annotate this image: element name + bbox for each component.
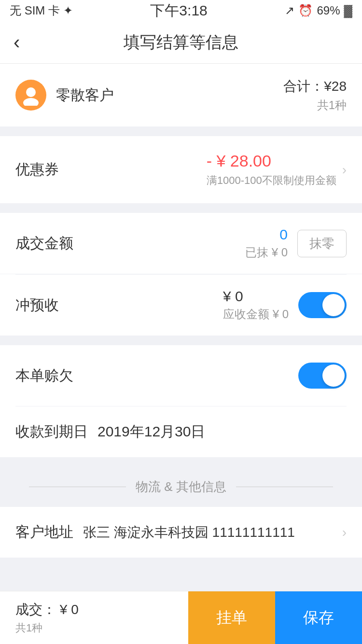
prepay-amount-group: ¥ 0 应收金额 ¥ 0 [223, 288, 289, 322]
deal-amount-row: 成交金额 0 已抹 ¥ 0 抹零 [0, 213, 362, 274]
divider-line-left [29, 487, 126, 487]
total-count: 共1种 [283, 98, 347, 113]
battery-level: 69% [317, 4, 340, 17]
status-left: 无 SIM 卡 ✦ [10, 3, 73, 18]
logistics-section: 物流 & 其他信息 [0, 467, 362, 507]
debt-row: 本单赊欠 [0, 345, 362, 406]
debt-toggle-knob [322, 364, 345, 387]
divider-line-right [236, 487, 333, 487]
bottom-info: 成交： ¥ 0 共1种 [0, 601, 188, 635]
bottom-deal-amount: ¥ 0 [60, 602, 79, 617]
save-button[interactable]: 保存 [275, 591, 362, 644]
chevron-right-icon: › [342, 162, 347, 178]
nav-bar: ‹ 填写结算等信息 [0, 21, 362, 64]
alarm-icon: ⏰ [298, 4, 313, 17]
debt-toggle[interactable] [298, 363, 347, 389]
prepay-label: 冲预收 [15, 295, 59, 315]
due-date-row: 收款到期日 2019年12月30日 [0, 406, 362, 457]
coupon-desc: 满1000-100不限制使用金额 [207, 173, 336, 188]
deal-amount-sub: 已抹 ¥ 0 [245, 245, 288, 260]
round-zero-button[interactable]: 抹零 [297, 230, 347, 257]
debt-label: 本单赊欠 [15, 366, 73, 386]
status-time: 下午3:18 [150, 1, 207, 21]
due-date-label: 收款到期日 [15, 422, 88, 442]
avatar-icon [20, 84, 42, 106]
debt-section: 本单赊欠 收款到期日 2019年12月30日 [0, 345, 362, 457]
logistics-divider: 物流 & 其他信息 [0, 478, 362, 495]
status-right: ↗ ⏰ 69% ▓ [285, 4, 352, 17]
bottom-deal-label: 成交： [15, 602, 56, 617]
prepay-sub: 应收金额 ¥ 0 [223, 307, 289, 322]
hold-button[interactable]: 挂单 [188, 591, 275, 644]
location-icon: ↗ [285, 4, 294, 17]
page-title: 填写结算等信息 [124, 31, 238, 54]
prepay-row: 冲预收 ¥ 0 应收金额 ¥ 0 [0, 275, 362, 336]
prepay-amount: ¥ 0 [223, 288, 289, 305]
battery-icon: ▓ [344, 4, 352, 17]
coupon-amount: - ¥ 28.00 [207, 152, 336, 170]
toggle-knob [322, 294, 345, 316]
customer-card: 零散客户 合计：¥28 共1种 [0, 64, 362, 126]
coupon-label: 优惠券 [15, 160, 59, 180]
main-content: 零散客户 合计：¥28 共1种 优惠券 - ¥ 28.00 满1000-100不… [0, 64, 362, 625]
deal-amount-label: 成交金额 [15, 234, 73, 253]
logistics-label: 物流 & 其他信息 [136, 478, 226, 495]
address-value: 张三 海淀永丰科技园 11111111111 [83, 523, 342, 542]
total-amount: 合计：¥28 [283, 77, 347, 96]
deal-amount-value-group: 0 已抹 ¥ 0 [245, 226, 288, 260]
prepay-toggle[interactable] [298, 292, 347, 318]
customer-row: 零散客户 合计：¥28 共1种 [0, 64, 362, 126]
address-row[interactable]: 客户地址 张三 海淀永丰科技园 11111111111 › [0, 507, 362, 558]
prepay-right: ¥ 0 应收金额 ¥ 0 [223, 288, 347, 322]
address-label: 客户地址 [15, 522, 73, 542]
customer-total: 合计：¥28 共1种 [283, 77, 347, 113]
status-bar: 无 SIM 卡 ✦ 下午3:18 ↗ ⏰ 69% ▓ [0, 0, 362, 21]
back-button[interactable]: ‹ [14, 31, 20, 53]
customer-name: 零散客户 [56, 85, 114, 105]
due-date-value: 2019年12月30日 [97, 422, 205, 442]
bottom-deal: 成交： ¥ 0 [15, 601, 173, 619]
amount-section: 成交金额 0 已抹 ¥ 0 抹零 冲预收 ¥ 0 应收金额 ¥ 0 [0, 213, 362, 336]
deal-amount-value: 0 [279, 226, 288, 242]
svg-point-0 [26, 87, 36, 97]
svg-point-1 [23, 98, 39, 106]
address-chevron-icon: › [342, 525, 347, 540]
address-card: 客户地址 张三 海淀永丰科技园 11111111111 › [0, 507, 362, 558]
customer-info: 零散客户 [15, 80, 114, 111]
coupon-row[interactable]: 优惠券 - ¥ 28.00 满1000-100不限制使用金额 › [0, 136, 362, 203]
bottom-bar: 成交： ¥ 0 共1种 挂单 保存 [0, 591, 362, 644]
bottom-count: 共1种 [15, 621, 173, 635]
avatar [15, 80, 46, 111]
coupon-value: - ¥ 28.00 满1000-100不限制使用金额 [207, 152, 336, 188]
coupon-card: 优惠券 - ¥ 28.00 满1000-100不限制使用金额 › [0, 136, 362, 203]
sim-status: 无 SIM 卡 ✦ [10, 3, 73, 18]
deal-amount-right: 0 已抹 ¥ 0 抹零 [245, 226, 347, 260]
